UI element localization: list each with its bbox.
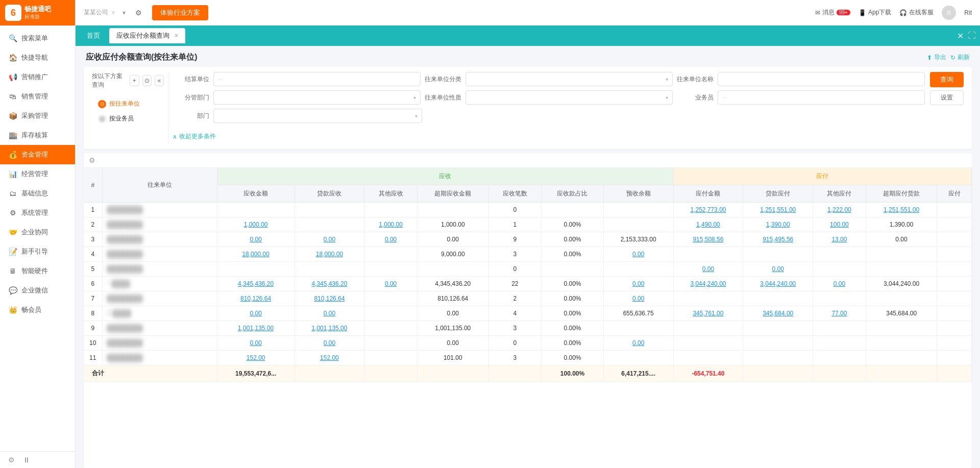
sidebar-item-wechat[interactable]: 💬 企业微信 [0, 281, 75, 300]
table-gear-icon[interactable]: ⚙ [89, 156, 95, 164]
partner-name-input[interactable] [718, 72, 925, 86]
table-toolbar: ⚙ [84, 153, 972, 168]
logo-icon: 6 [5, 5, 21, 21]
table-row: 5 ████████ 0 0.00 0.00 [84, 262, 972, 277]
filter-settings-button[interactable]: ⊙ [142, 75, 152, 86]
header-dropdown[interactable]: ▾ [122, 9, 126, 16]
sidebar-label-inventory: 库存核算 [21, 131, 48, 140]
col-overdue-receivable: 超期应收金额 [417, 185, 488, 203]
logo-sub: 标准版 [24, 13, 51, 20]
filter-arrow-button[interactable]: « [155, 75, 164, 86]
breadcrumb-text: 某某公司 [84, 8, 108, 17]
dept-input[interactable]: ▾ [213, 109, 422, 123]
fund-icon: 💰 [8, 150, 17, 159]
collapse-bottom-icon[interactable]: ⏸ [23, 456, 30, 464]
logo-name: 畅捷通吧 [24, 5, 51, 13]
col-payable-amount: 应付金额 [673, 185, 743, 203]
salesperson-input[interactable]: ··· [718, 90, 925, 105]
app-download-button[interactable]: 📱 App下载 [859, 8, 891, 17]
col-other-receivable: 其他应收 [364, 185, 418, 203]
col-group-receivable: 应收 [217, 168, 673, 185]
filter-field-partner-name: 往来单位名称 [677, 72, 925, 86]
message-label: 消息 [822, 8, 835, 17]
sidebar-item-business[interactable]: 📊 经营管理 [0, 164, 75, 184]
sidebar-item-sales[interactable]: 🛍 销售管理 [0, 87, 75, 106]
table-scroll[interactable]: # 往来单位 应收 应付 应收金额 贷款应收 其他应收 超期应收金额 应收笔数 … [84, 168, 972, 468]
sidebar-item-member[interactable]: 👑 畅会员 [0, 300, 75, 319]
sidebar-label-member: 畅会员 [21, 305, 41, 314]
sidebar-label-fund: 资金管理 [21, 150, 48, 159]
tab-fullscreen-icon[interactable]: ⛶ [968, 31, 976, 40]
sidebar-label-hardware: 智能硬件 [21, 266, 48, 276]
trial-button[interactable]: 体验行业方案 [152, 5, 208, 20]
user-name: Rit [964, 9, 972, 16]
business-icon: 📊 [8, 169, 17, 179]
schema-label-partner: 按往来单位 [109, 100, 140, 108]
collapse-button[interactable]: ∧ 收起更多条件 [173, 129, 925, 144]
service-button[interactable]: 🎧 在线客服 [899, 8, 934, 17]
field-label-department: 分管部门 [173, 93, 213, 102]
filter-add-button[interactable]: + [130, 75, 139, 86]
chevron-dept: ▾ [415, 113, 418, 119]
purchase-icon: 📦 [8, 111, 17, 120]
sidebar-item-inventory[interactable]: 🏬 库存核算 [0, 126, 75, 145]
tab-bar: 首页 应收应付余额查询 × ✕ ⛶ [76, 26, 980, 46]
tab-close-window-icon[interactable]: ✕ [957, 31, 964, 41]
marketing-icon: 📢 [8, 72, 17, 82]
gear-icon[interactable]: ⚙ [132, 6, 146, 20]
home-icon: 🏠 [8, 53, 17, 62]
field-label-settlement: 结算单位 [173, 75, 213, 84]
sales-icon: 🛍 [8, 92, 17, 101]
sidebar-item-collab[interactable]: 🤝 企业协同 [0, 223, 75, 242]
export-button[interactable]: ⬆ 导出 [927, 53, 946, 62]
sidebar-item-fund[interactable]: 💰 资金管理 [0, 145, 75, 164]
settings-bottom-icon[interactable]: ⚙ [8, 456, 15, 464]
sidebar-label-system: 系统管理 [21, 208, 48, 217]
sidebar-label-sales: 销售管理 [21, 92, 48, 101]
col-loan-receivable: 贷款应收 [295, 185, 364, 203]
sidebar-item-system[interactable]: ⚙ 系统管理 [0, 203, 75, 223]
table-row: 10 ████████ 0.00 0.00 0.00 0 0.00% 0.00 [84, 336, 972, 351]
field-label-partner-name: 往来单位名称 [677, 75, 718, 84]
total-payable: -654,751.40 [673, 365, 743, 382]
sidebar-item-shortcut[interactable]: 🏠 快捷导航 [0, 48, 75, 67]
sidebar-item-hardware[interactable]: 🖥 智能硬件 [0, 261, 75, 281]
department-input[interactable]: ▾ [213, 90, 421, 105]
schema-item-partner[interactable]: ⊙ 按往来单位 [92, 96, 164, 111]
guide-icon: 📝 [8, 247, 17, 256]
tab-home[interactable]: 首页 [80, 28, 107, 43]
sidebar-item-guide[interactable]: 📝 新手引导 [0, 242, 75, 261]
table-row: 6 ^ ████ 4,345,436.20 4,345,436.20 0.00 … [84, 277, 972, 291]
tab-close-icon[interactable]: × [175, 32, 178, 39]
settings-button[interactable]: 设置 [930, 90, 964, 105]
sidebar-label-shortcut: 快捷导航 [21, 53, 48, 62]
sidebar-item-purchase[interactable]: 📦 采购管理 [0, 106, 75, 126]
filter-field-settlement: 结算单位 ··· [173, 72, 421, 86]
tab-bar-right: ✕ ⛶ [957, 31, 976, 41]
settlement-input[interactable]: ··· [213, 72, 421, 86]
schema-label-salesperson: 按业务员 [109, 114, 134, 123]
schema-item-salesperson[interactable]: ◎ 按业务员 [92, 111, 164, 126]
partner-category-input[interactable]: ▾ [465, 72, 673, 86]
tab-current[interactable]: 应收应付余额查询 × [109, 28, 185, 43]
table-row: 4 ████████ 18,000.00 18,000.00 9,000.00 … [84, 247, 972, 262]
refresh-button[interactable]: ↻ 刷新 [950, 53, 970, 62]
sidebar-item-basic[interactable]: 🗂 基础信息 [0, 184, 75, 203]
sidebar-item-marketing[interactable]: 📢 营销推广 [0, 67, 75, 87]
partner-nature-input[interactable]: ▾ [465, 90, 673, 105]
sidebar-label-wechat: 企业微信 [21, 286, 48, 295]
col-receivable-ratio: 应收款占比 [542, 185, 604, 203]
sidebar-item-search[interactable]: 🔍 搜索菜单 [0, 29, 75, 48]
schema-dot-partner: ⊙ [98, 100, 106, 108]
filter-field-department: 分管部门 ▾ [173, 90, 421, 105]
table-row: 1 ████████ 0 1,252,773.00 1,251,551.00 1… [84, 203, 972, 217]
sidebar-logo: 6 畅捷通吧 标准版 [0, 0, 75, 26]
filter-fields: 结算单位 ··· 往来单位分类 ▾ 往来单位名称 [173, 72, 925, 144]
schema-dot-salesperson: ◎ [98, 115, 106, 123]
table-row: 7 ████████ 810,126.64 810,126.64 810,126… [84, 291, 972, 306]
col-receivable-count: 应收笔数 [488, 185, 542, 203]
chevron-down-icon: ▾ [122, 9, 126, 16]
field-label-salesperson: 业务员 [677, 93, 718, 102]
query-button[interactable]: 查询 [930, 72, 964, 87]
message-button[interactable]: ✉ 消息 99+ [815, 8, 850, 17]
